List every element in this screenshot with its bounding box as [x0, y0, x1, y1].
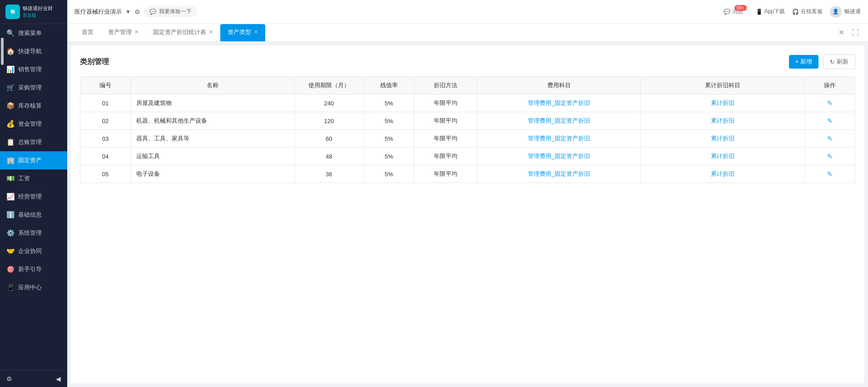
- sidebar-item-label: 搜索菜单: [18, 29, 42, 37]
- depreciation-account-link[interactable]: 累计折旧: [711, 117, 734, 124]
- fixed-assets-icon: 🏢: [6, 156, 15, 164]
- topbar-demo-btn[interactable]: 💬 我要体验一下: [144, 6, 197, 17]
- cell-residual: 5%: [364, 112, 414, 130]
- refresh-icon: ↻: [830, 59, 835, 65]
- table-row: 03 器具、工具、家具等 60 5% 年限平均 管理费用_固定资产折旧 累计折旧…: [80, 130, 855, 148]
- online-service-icon: 🎧: [792, 9, 799, 15]
- cell-residual: 5%: [364, 130, 414, 148]
- sidebar-item-quick-nav[interactable]: 🏠 快捷导航: [0, 42, 67, 60]
- demo-bubble-icon: 💬: [149, 9, 156, 15]
- tab-close-window-btn[interactable]: ✕: [837, 27, 846, 38]
- tab-close-depreciation[interactable]: ✕: [209, 29, 213, 35]
- edit-icon[interactable]: ✎: [827, 117, 833, 124]
- depreciation-account-link[interactable]: 累计折旧: [711, 135, 734, 142]
- tab-asset-mgmt[interactable]: 资产管理 ✕: [101, 24, 146, 41]
- settings-icon[interactable]: ⚙: [6, 375, 12, 382]
- app-download-action[interactable]: 📱 App下载: [756, 8, 785, 15]
- tab-close-asset-mgmt[interactable]: ✕: [134, 29, 139, 35]
- sidebar-item-system[interactable]: ⚙️ 系统管理: [0, 224, 67, 242]
- expense-account-link[interactable]: 管理费用_固定资产折旧: [528, 135, 590, 142]
- sidebar-item-guide[interactable]: 🎯 新手引导: [0, 260, 67, 278]
- col-header-residual: 残值率: [364, 77, 414, 94]
- cell-depreciation-account: 累计折旧: [641, 130, 805, 148]
- app-logo: 畅 畅捷通好业财 普及版: [0, 0, 67, 24]
- cell-depreciation-account: 累计折旧: [641, 165, 805, 183]
- sidebar-item-purchase[interactable]: 🛒 采购管理: [0, 79, 67, 97]
- tabs-actions: ✕ ⛶: [837, 27, 861, 38]
- tab-depreciation-report[interactable]: 固定资产折旧统计表 ✕: [146, 24, 220, 41]
- tab-home[interactable]: 首页: [74, 24, 101, 41]
- topbar-gear-icon[interactable]: ⚙: [134, 8, 140, 15]
- cell-code: 04: [80, 148, 131, 165]
- app-download-label: App下载: [764, 8, 785, 15]
- message-action[interactable]: 💬 消息 99+: [724, 8, 743, 15]
- online-service-action[interactable]: 🎧 在线客服: [792, 8, 823, 15]
- sidebar-item-search[interactable]: 🔍 搜索菜单: [0, 24, 67, 42]
- tab-close-asset-type[interactable]: ✕: [254, 29, 258, 35]
- sidebar-item-capital[interactable]: 💰 资金管理: [0, 115, 67, 133]
- sidebar-item-app-center[interactable]: 📱 应用中心: [0, 278, 67, 297]
- topbar-dropdown-icon[interactable]: ▼: [125, 9, 131, 15]
- expense-account-link[interactable]: 管理费用_固定资产折旧: [528, 153, 590, 159]
- col-header-method: 折旧方法: [414, 77, 477, 94]
- refresh-button[interactable]: ↻ 刷新: [823, 55, 855, 69]
- table-row: 05 电子设备 36 5% 年限平均 管理费用_固定资产折旧 累计折旧 ✎: [80, 165, 855, 183]
- expense-account-link[interactable]: 管理费用_固定资产折旧: [528, 99, 590, 106]
- cell-method: 年限平均: [414, 165, 477, 183]
- cooperation-icon: 🤝: [6, 247, 15, 255]
- sidebar-item-payroll[interactable]: 💵 工资: [0, 169, 67, 188]
- edit-icon[interactable]: ✎: [827, 99, 833, 107]
- edit-icon[interactable]: ✎: [827, 170, 833, 178]
- topbar-left: 医疗器械行业演示 ▼ ⚙ 💬 我要体验一下: [74, 6, 718, 17]
- tab-expand-btn[interactable]: ⛶: [850, 28, 861, 38]
- new-button[interactable]: + 新增: [789, 55, 818, 69]
- col-header-operation: 操作: [804, 77, 855, 94]
- sidebar-item-inventory[interactable]: 📦 库存核算: [0, 97, 67, 115]
- cell-code: 03: [80, 130, 131, 148]
- table-header-row: 编号 名称 使用期限（月） 残值率 折旧方法 费用科目 累计折旧科目 操作: [80, 77, 855, 94]
- sidebar-item-sales[interactable]: 📊 销售管理: [0, 60, 67, 79]
- header-actions: + 新增 ↻ 刷新: [789, 55, 855, 69]
- sidebar-item-label: 基础信息: [18, 211, 42, 219]
- sidebar-item-fixed-assets[interactable]: 🏢 固定资产: [0, 151, 67, 169]
- inventory-icon: 📦: [6, 102, 15, 110]
- cell-period: 36: [294, 165, 364, 183]
- search-icon: 🔍: [6, 29, 15, 37]
- depreciation-account-link[interactable]: 累计折旧: [711, 170, 734, 177]
- topbar-title: 医疗器械行业演示: [74, 8, 122, 16]
- sidebar-item-operations[interactable]: 📈 经营管理: [0, 188, 67, 206]
- sidebar-item-label: 新手引导: [18, 265, 42, 273]
- sidebar-item-label: 企业协同: [18, 247, 42, 255]
- sidebar-item-ledger[interactable]: 📋 总账管理: [0, 133, 67, 151]
- topbar-right: 💬 消息 99+ 📱 App下载 🎧 在线客服 👤 畅捷通: [724, 6, 861, 18]
- edit-icon[interactable]: ✎: [827, 153, 833, 160]
- cell-operation: ✎: [804, 112, 855, 130]
- tab-asset-type[interactable]: 资产类型 ✕: [220, 24, 265, 41]
- ledger-icon: 📋: [6, 138, 15, 146]
- cell-operation: ✎: [804, 165, 855, 183]
- sidebar-item-base-info[interactable]: ℹ️ 基础信息: [0, 206, 67, 224]
- col-header-code: 编号: [80, 77, 131, 94]
- depreciation-account-link[interactable]: 累计折旧: [711, 153, 734, 159]
- logo-edition: 普及版: [23, 12, 53, 19]
- sidebar-item-label: 采购管理: [18, 84, 42, 92]
- sidebar-item-cooperation[interactable]: 🤝 企业协同: [0, 242, 67, 260]
- sidebar-item-label: 系统管理: [18, 229, 42, 237]
- page-title: 类别管理: [80, 57, 109, 67]
- sales-icon: 📊: [6, 65, 15, 74]
- username: 畅捷通: [844, 8, 861, 15]
- cell-method: 年限平均: [414, 112, 477, 130]
- user-profile[interactable]: 👤 畅捷通: [830, 6, 861, 18]
- cell-period: 120: [294, 112, 364, 130]
- cell-method: 年限平均: [414, 130, 477, 148]
- depreciation-account-link[interactable]: 累计折旧: [711, 99, 734, 106]
- table-row: 02 机器、机械和其他生产设备 120 5% 年限平均 管理费用_固定资产折旧 …: [80, 112, 855, 130]
- system-icon: ⚙️: [6, 229, 15, 237]
- edit-icon[interactable]: ✎: [827, 135, 833, 142]
- tab-label: 资产类型: [228, 28, 251, 36]
- cell-code: 02: [80, 112, 131, 130]
- expense-account-link[interactable]: 管理费用_固定资产折旧: [528, 170, 590, 177]
- expense-account-link[interactable]: 管理费用_固定资产折旧: [528, 117, 590, 124]
- collapse-icon[interactable]: ◀: [56, 375, 61, 382]
- main-area: 医疗器械行业演示 ▼ ⚙ 💬 我要体验一下 💬 消息 99+ 📱 App下载 🎧…: [67, 0, 868, 387]
